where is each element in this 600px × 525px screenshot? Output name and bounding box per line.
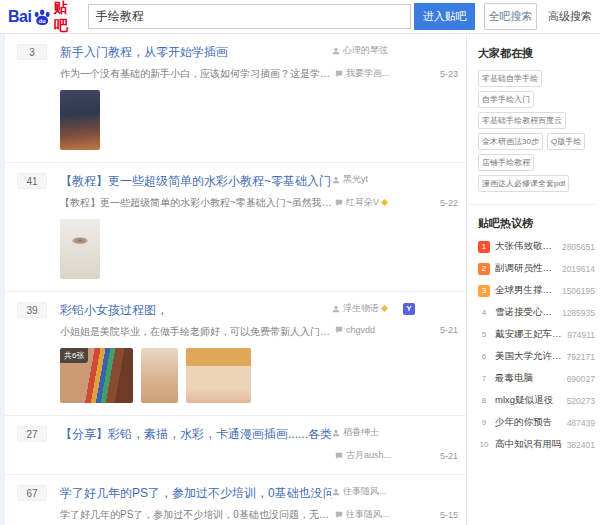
enter-forum-button[interactable]: 进入贴吧 [414, 3, 475, 30]
trending-tag[interactable]: Q版手绘 [547, 133, 585, 150]
reply-count-badge: 39 [17, 302, 47, 318]
post-row: 3 新手入门教程，从零开始学插画 心理的琴弦 作为一个没有基础的新手小白，应该如… [5, 34, 466, 163]
post-title-link[interactable]: 【分享】彩铅，素描，水彩，卡通漫画插画......各类绘画教程分享。 [60, 426, 332, 442]
hot-topic-count: 1506195 [562, 286, 595, 296]
hot-topic-item[interactable]: 8 mlxg疑似退役 520273 [478, 394, 595, 407]
hot-topic-count: 690027 [567, 374, 595, 384]
post-date: 5-21 [440, 451, 458, 461]
hot-topic-count: 382401 [567, 440, 595, 450]
content-area: 3 新手入门教程，从零开始学插画 心理的琴弦 作为一个没有基础的新手小白，应该如… [0, 34, 600, 525]
trending-tag[interactable]: 店铺手绘教程 [478, 154, 534, 171]
post-author[interactable]: 浮生物语 [343, 302, 379, 315]
sidebar: 大家都在搜 零基础自学手绘 自学手绘入门 零基础手绘教程百度云 金木研画法30步… [466, 34, 600, 525]
trending-tag[interactable]: 金木研画法30步 [478, 133, 543, 150]
hot-topic-item[interactable]: 5 戴安娜王妃车祸成景点 974911 [478, 328, 595, 341]
search-input[interactable] [88, 4, 412, 29]
post-author[interactable]: 稻香绅士 [343, 426, 379, 439]
trending-tag[interactable]: 漫画达人必修课全套pdf [478, 175, 569, 192]
hot-topic-count: 792171 [567, 352, 595, 362]
rank-badge: 1 [478, 241, 490, 253]
hot-topic-title: 少年的你预告 [495, 416, 564, 429]
post-forum[interactable]: 我要学画... [346, 67, 390, 80]
speech-bubble-icon [335, 326, 343, 334]
post-forum[interactable]: 古月aush... [346, 449, 391, 462]
post-thumbnail-sunset-sky[interactable] [60, 90, 100, 150]
post-title-link[interactable]: 彩铅小女孩过程图， [60, 302, 332, 318]
hot-topic-item[interactable]: 2 副调研员性侵少女 2019614 [478, 262, 595, 275]
post-snippet: 学了好几年的PS了，参加过不少培训，0基础也没问题，无偿教学，想积攒教学经验..… [60, 508, 335, 522]
rank-number: 10 [478, 439, 490, 451]
hot-topic-count: 2805651 [562, 242, 595, 252]
post-snippet: 【教程】更一些超级简单的水彩小教程~零基础入门~虽然我也是小白哈 [60, 196, 335, 210]
post-snippet: 小姐姐是美院毕业，在做手绘老师好，可以免费带新人入门，无偿的，有绘画群，喜... [60, 325, 335, 339]
post-row: 27 【分享】彩铅，素描，水彩，卡通漫画插画......各类绘画教程分享。 稻香… [5, 416, 466, 475]
hot-topic-title: 美国大学允许带娃上课 [495, 350, 564, 363]
hot-topic-title: 最毒电脑 [495, 372, 564, 385]
hot-topic-item[interactable]: 9 少年的你预告 487439 [478, 416, 595, 429]
trending-tag[interactable]: 零基础手绘教程百度云 [478, 112, 566, 129]
post-date: 5-15 [440, 510, 458, 520]
hot-topic-count: 1285935 [562, 308, 595, 318]
hot-topic-item[interactable]: 6 美国大学允许带娃上课 792171 [478, 350, 595, 363]
hot-topic-title: 大张伟致敬张柏芝 [495, 240, 559, 253]
hot-topic-title: 戴安娜王妃车祸成景点 [495, 328, 564, 341]
post-author[interactable]: 往事随风... [343, 485, 387, 498]
reply-count-badge: 3 [17, 44, 47, 60]
speech-bubble-icon [335, 452, 343, 460]
photo-count-label: 共6张 [60, 348, 88, 363]
post-forum[interactable]: chgvdd [346, 325, 375, 335]
hot-topics-title: 贴吧热议榜 [478, 216, 595, 231]
logo-tieba-text: 贴吧 [54, 0, 81, 35]
post-forum[interactable]: 红耳朵V [346, 196, 379, 209]
speech-bubble-icon [335, 511, 343, 519]
hot-topic-item[interactable]: 1 大张伟致敬张柏芝 2805651 [478, 240, 595, 253]
pencil-vip-icon [381, 199, 388, 206]
hot-topic-item[interactable]: 7 最毒电脑 690027 [478, 372, 595, 385]
trending-tag-list: 零基础自学手绘 自学手绘入门 零基础手绘教程百度云 金木研画法30步 Q版手绘 … [478, 70, 595, 192]
hot-topic-title: 雪诺接受心理治疗 [495, 306, 559, 319]
hot-topic-title: 高中知识有用吗 [495, 438, 564, 451]
rank-number: 4 [478, 307, 490, 319]
post-thumbnail-girl-straw-hat[interactable] [186, 348, 251, 403]
logo-bai-text: Bai [8, 8, 31, 26]
hot-topics-list: 1 大张伟致敬张柏芝 2805651 2 副调研员性侵少女 2019614 3 … [478, 240, 595, 451]
person-icon [332, 488, 340, 496]
trending-tag[interactable]: 自学手绘入门 [478, 91, 534, 108]
reply-count-badge: 41 [17, 173, 47, 189]
trending-tag[interactable]: 零基础自学手绘 [478, 70, 542, 87]
advanced-search-link[interactable]: 高级搜索 [548, 9, 592, 24]
hot-topic-item[interactable]: 3 全球男生撑巨型遮阳伞 1506195 [478, 284, 595, 297]
post-thumbnail-eye-sketch[interactable] [60, 219, 100, 279]
hot-topic-count: 520273 [567, 396, 595, 406]
hot-topic-item[interactable]: 10 高中知识有用吗 382401 [478, 438, 595, 451]
post-row: 39 彩铅小女孩过程图， 浮生物语 Y 小姐姐是美院毕业，在做手绘老师好，可以免… [5, 292, 466, 416]
reply-count-badge: 27 [17, 426, 47, 442]
post-title-link[interactable]: 学了好几年的PS了，参加过不少培训，0基础也没问题，无偿教学 [60, 485, 332, 501]
post-forum[interactable]: 往事随风... [346, 508, 390, 521]
post-title-link[interactable]: 【教程】更一些超级简单的水彩小教程~零基础入门~虽然我也是小 [60, 173, 332, 189]
hot-topic-count: 487439 [567, 418, 595, 428]
hot-topic-title: 全球男生撑巨型遮阳伞 [495, 284, 559, 297]
person-icon [332, 176, 340, 184]
person-icon [332, 429, 340, 437]
post-author[interactable]: 心理的琴弦 [343, 44, 388, 57]
hot-topic-title: mlxg疑似退役 [495, 394, 564, 407]
baidu-paw-icon: du [32, 6, 52, 27]
post-date: 5-22 [440, 198, 458, 208]
person-icon [332, 305, 340, 313]
hot-topic-count: 974911 [567, 330, 595, 340]
hot-topic-title: 副调研员性侵少女 [495, 262, 559, 275]
tieba-search-page: Bai du 贴吧 进入贴吧 全吧搜索 高级搜索 3 新手入门教程，从零开始学插… [0, 0, 600, 525]
rank-number: 5 [478, 329, 490, 341]
search-all-forums-button[interactable]: 全吧搜索 [484, 3, 537, 30]
post-thumbnail-girl-and-pencils[interactable]: 共6张 [60, 348, 133, 403]
rank-number: 9 [478, 417, 490, 429]
hot-topic-item[interactable]: 4 雪诺接受心理治疗 1285935 [478, 306, 595, 319]
post-thumbnail-watercolor-girl[interactable] [141, 348, 178, 403]
baidu-tieba-logo[interactable]: Bai du 贴吧 [8, 0, 81, 35]
post-title-link[interactable]: 新手入门教程，从零开始学插画 [60, 44, 332, 60]
rank-number: 7 [478, 373, 490, 385]
speech-bubble-icon [335, 70, 343, 78]
post-author[interactable]: 黑光yt [343, 173, 368, 186]
speech-bubble-icon [335, 199, 343, 207]
